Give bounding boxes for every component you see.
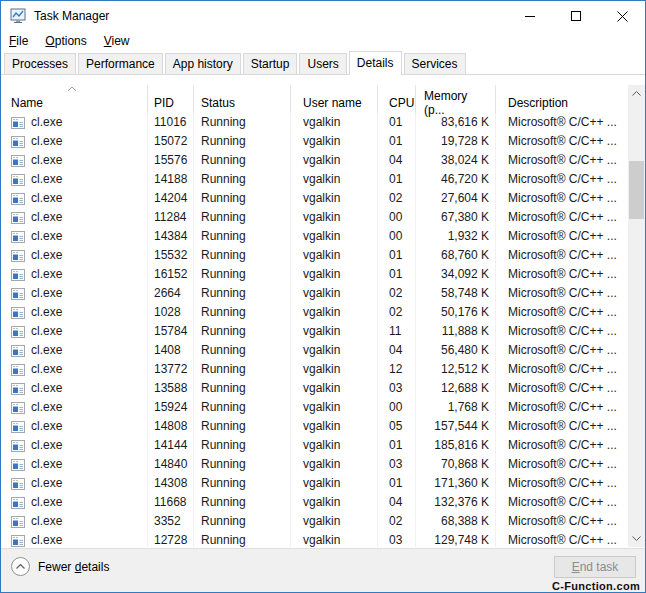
table-row[interactable]: cl.exe 13772 Running vgalkin 12 12,512 K… <box>1 360 628 379</box>
table-row[interactable]: cl.exe 1028 Running vgalkin 02 50,176 K … <box>1 303 628 322</box>
table-header: Name PID Status User name CPU Memory (p.… <box>1 85 628 113</box>
memory-cell: 132,376 K <box>416 493 496 512</box>
application-icon <box>11 459 25 471</box>
description-cell: Microsoft® C/C++ ... <box>496 512 628 531</box>
process-name: cl.exe <box>31 493 62 512</box>
process-name: cl.exe <box>31 341 62 360</box>
end-task-button[interactable]: End task <box>554 556 636 578</box>
application-icon <box>11 155 25 167</box>
tab-app-history[interactable]: App history <box>165 53 241 74</box>
tab-performance[interactable]: Performance <box>78 53 163 74</box>
footer-bar: Fewer details End task C-Function.com <box>1 548 645 592</box>
process-name-cell: cl.exe <box>1 189 148 208</box>
table-row[interactable]: cl.exe 1408 Running vgalkin 04 56,480 K … <box>1 341 628 360</box>
description-cell: Microsoft® C/C++ ... <box>496 265 628 284</box>
table-row[interactable]: cl.exe 15784 Running vgalkin 11 11,888 K… <box>1 322 628 341</box>
table-row[interactable]: cl.exe 14840 Running vgalkin 03 70,868 K… <box>1 455 628 474</box>
pid-cell: 1408 <box>148 341 194 360</box>
description-cell: Microsoft® C/C++ ... <box>496 531 628 547</box>
table-row[interactable]: cl.exe 14384 Running vgalkin 00 1,932 K … <box>1 227 628 246</box>
table-row[interactable]: cl.exe 2664 Running vgalkin 02 58,748 K … <box>1 284 628 303</box>
memory-cell: 11,888 K <box>416 322 496 341</box>
table-row[interactable]: cl.exe 11284 Running vgalkin 00 67,380 K… <box>1 208 628 227</box>
user-name-cell: vgalkin <box>291 493 378 512</box>
table-row[interactable]: cl.exe 15532 Running vgalkin 01 68,760 K… <box>1 246 628 265</box>
table-row[interactable]: cl.exe 14808 Running vgalkin 05 157,544 … <box>1 417 628 436</box>
table-body: cl.exe 11016 Running vgalkin 01 83,616 K… <box>1 113 628 547</box>
scroll-up-button[interactable] <box>628 85 645 102</box>
memory-cell: 1,768 K <box>416 398 496 417</box>
status-cell: Running <box>194 170 291 189</box>
table-row[interactable]: cl.exe 14308 Running vgalkin 01 171,360 … <box>1 474 628 493</box>
menu-options[interactable]: Options <box>45 34 86 48</box>
close-button[interactable] <box>599 1 645 31</box>
tab-processes[interactable]: Processes <box>4 53 76 74</box>
application-icon <box>11 193 25 205</box>
user-name-cell: vgalkin <box>291 322 378 341</box>
table-row[interactable]: cl.exe 12728 Running vgalkin 03 129,748 … <box>1 531 628 547</box>
memory-cell: 27,604 K <box>416 189 496 208</box>
column-header-pid[interactable]: PID <box>148 85 194 113</box>
table-row[interactable]: cl.exe 11668 Running vgalkin 04 132,376 … <box>1 493 628 512</box>
application-icon <box>11 345 25 357</box>
scroll-down-button[interactable] <box>628 530 645 547</box>
tab-startup[interactable]: Startup <box>243 53 298 74</box>
menu-view[interactable]: View <box>104 34 130 48</box>
maximize-button[interactable] <box>553 1 599 31</box>
process-name-cell: cl.exe <box>1 531 148 547</box>
table-row[interactable]: cl.exe 14144 Running vgalkin 01 185,816 … <box>1 436 628 455</box>
column-header-cpu[interactable]: CPU <box>378 85 416 113</box>
table-row[interactable]: cl.exe 3352 Running vgalkin 02 68,388 K … <box>1 512 628 531</box>
table-row[interactable]: cl.exe 16152 Running vgalkin 01 34,092 K… <box>1 265 628 284</box>
column-header-user-name[interactable]: User name <box>291 85 378 113</box>
memory-cell: 70,868 K <box>416 455 496 474</box>
user-name-cell: vgalkin <box>291 227 378 246</box>
pid-cell: 14384 <box>148 227 194 246</box>
column-header-memory[interactable]: Memory (p... <box>416 85 496 113</box>
table-row[interactable]: cl.exe 14188 Running vgalkin 01 46,720 K… <box>1 170 628 189</box>
application-icon <box>11 421 25 433</box>
application-icon <box>11 383 25 395</box>
titlebar[interactable]: Task Manager <box>1 1 645 31</box>
tab-users[interactable]: Users <box>299 53 346 74</box>
cpu-cell: 02 <box>378 189 416 208</box>
table-row[interactable]: cl.exe 14204 Running vgalkin 02 27,604 K… <box>1 189 628 208</box>
table-row[interactable]: cl.exe 15576 Running vgalkin 04 38,024 K… <box>1 151 628 170</box>
table-row[interactable]: cl.exe 11016 Running vgalkin 01 83,616 K… <box>1 113 628 132</box>
table-row[interactable]: cl.exe 15072 Running vgalkin 01 19,728 K… <box>1 132 628 151</box>
column-header-description[interactable]: Description <box>496 85 628 113</box>
column-header-status[interactable]: Status <box>194 85 291 113</box>
tab-details[interactable]: Details <box>349 51 402 75</box>
process-name-cell: cl.exe <box>1 341 148 360</box>
tab-services[interactable]: Services <box>404 53 466 74</box>
description-cell: Microsoft® C/C++ ... <box>496 208 628 227</box>
application-icon <box>11 174 25 186</box>
sort-ascending-icon <box>67 86 77 92</box>
description-cell: Microsoft® C/C++ ... <box>496 227 628 246</box>
application-icon <box>11 478 25 490</box>
description-cell: Microsoft® C/C++ ... <box>496 113 628 132</box>
menubar: File Options View <box>1 31 645 51</box>
process-name: cl.exe <box>31 303 62 322</box>
cpu-cell: 03 <box>378 379 416 398</box>
table-row[interactable]: cl.exe 15924 Running vgalkin 00 1,768 K … <box>1 398 628 417</box>
application-icon <box>11 212 25 224</box>
table-row[interactable]: cl.exe 13588 Running vgalkin 03 12,688 K… <box>1 379 628 398</box>
process-name: cl.exe <box>31 474 62 493</box>
process-name-cell: cl.exe <box>1 265 148 284</box>
caption-buttons <box>507 1 645 31</box>
fewer-details-toggle[interactable]: Fewer details <box>11 557 109 576</box>
scrollbar-thumb[interactable] <box>629 161 644 219</box>
vertical-scrollbar[interactable] <box>628 85 645 547</box>
pid-cell: 14204 <box>148 189 194 208</box>
minimize-button[interactable] <box>507 1 553 31</box>
menu-file[interactable]: File <box>9 34 28 48</box>
memory-cell: 58,748 K <box>416 284 496 303</box>
user-name-cell: vgalkin <box>291 151 378 170</box>
memory-cell: 83,616 K <box>416 113 496 132</box>
process-name-cell: cl.exe <box>1 474 148 493</box>
column-header-name[interactable]: Name <box>1 85 148 113</box>
cpu-cell: 11 <box>378 322 416 341</box>
pid-cell: 12728 <box>148 531 194 547</box>
status-cell: Running <box>194 341 291 360</box>
